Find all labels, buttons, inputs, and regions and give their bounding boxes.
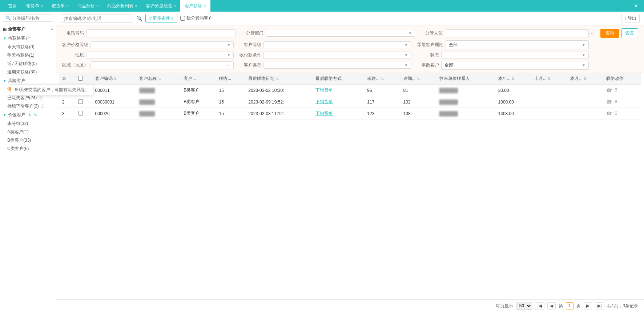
sidebar-item-overdue[interactable]: 逾期未联络(30)	[0, 68, 56, 76]
cell-last-method[interactable]: 下销货单	[313, 85, 364, 96]
pagination-bar: 每页显示 50 |◀ ◀ 第 1 页 ▶ ▶| 共1页，3条记录	[56, 299, 644, 312]
th-overdue[interactable]: 逾期... ⇅	[401, 73, 436, 85]
customer-type-select[interactable]: ▼	[263, 62, 411, 69]
th-current-year[interactable]: 本年... ⇅	[495, 73, 531, 85]
cell-checkbox[interactable]	[75, 96, 92, 108]
th-name[interactable]: 客户名称 ⇅	[136, 73, 181, 85]
refresh-icon-value[interactable]: ↻	[28, 113, 32, 117]
next-page-button[interactable]: ▶	[584, 302, 592, 309]
more-action-icon[interactable]: ⠿	[614, 111, 618, 116]
risk-tooltip: 90天未交易的客户，可能有流失风险。	[11, 84, 56, 96]
tab-analysis-close[interactable]: ×	[96, 4, 98, 8]
my-customers-checkbox[interactable]: 我分管的客户	[180, 15, 213, 21]
arrow-icon-value: ▼	[3, 113, 7, 117]
th-current-month[interactable]: 本月... ⇅	[567, 73, 603, 85]
th-checkbox[interactable]	[75, 73, 92, 85]
window-close-button[interactable]: ✕	[631, 3, 641, 9]
gender-arrow: ▼	[227, 53, 230, 57]
first-page-button[interactable]: |◀	[535, 302, 544, 309]
contact-icon[interactable]: ☎	[606, 111, 612, 116]
tab-customer-contact[interactable]: 客户联络 ×	[180, 0, 210, 12]
filter-zero-customer: 零散客户 全部 ▼	[417, 61, 589, 70]
tab-sales[interactable]: 销货单 ×	[22, 0, 47, 12]
tab-customer-contact-close[interactable]: ×	[204, 4, 206, 8]
region-select[interactable]: ···	[90, 61, 234, 69]
phone-input[interactable]	[86, 29, 236, 37]
collapse-icon: «	[51, 27, 53, 31]
sidebar-group-value[interactable]: ▼ 价值客户 ↻ ✎	[0, 110, 56, 119]
sort-icon-date: ⇅	[276, 77, 279, 81]
more-conditions-button[interactable]: ▽ 更多条件 ∧	[145, 14, 177, 23]
filter-actions: 查询 设置	[600, 28, 638, 38]
search-button[interactable]: 🔍	[136, 16, 142, 21]
cell-last-method[interactable]: 下销货单	[313, 108, 364, 119]
th-un-contact[interactable]: 未联... ⇅	[364, 73, 400, 85]
sidebar-item-class-c[interactable]: C类客户(6)	[0, 145, 56, 153]
sidebar-item-declining[interactable]: 持续下滑客户(2) ⓘ	[0, 102, 56, 110]
tab-analysis-list-close[interactable]: ×	[135, 4, 137, 8]
cell-current-month	[567, 108, 603, 119]
select-all-checkbox[interactable]	[78, 76, 83, 81]
method-link[interactable]: 下销货单	[315, 111, 333, 116]
edit-icon-value[interactable]: ✎	[34, 113, 37, 117]
tab-analysis[interactable]: 商品分析 ×	[73, 0, 103, 12]
payment-select[interactable]: ▼	[263, 52, 411, 58]
tab-purchase[interactable]: 进货单 ×	[47, 0, 73, 12]
sidebar-item-ungrouped[interactable]: 未分组(32)	[0, 119, 56, 128]
row-checkbox[interactable]	[78, 99, 83, 104]
th-last-contact-date[interactable]: 最后联络日期 ⇅	[245, 73, 313, 85]
sidebar-root[interactable]: ⊞ 全部客户 «	[0, 25, 56, 34]
tab-sales-close[interactable]: ×	[41, 4, 43, 8]
more-action-icon[interactable]: ⠿	[614, 99, 618, 105]
gender-select[interactable]: ▼	[86, 52, 234, 58]
sidebar-search-box[interactable]: 🔍	[3, 15, 53, 22]
manager-dots[interactable]: ···	[591, 31, 595, 36]
sidebar-search-input[interactable]	[12, 16, 51, 21]
sidebar: 🔍 ⊞ 全部客户 « ▼ 待联络客户 今天待联络(0) 明天待联络(1) 近7天…	[0, 12, 56, 312]
tab-customer-tier[interactable]: 客户分层经营 ×	[142, 0, 180, 12]
sidebar-item-tomorrow[interactable]: 明天待联络(1)	[0, 51, 56, 60]
method-link[interactable]: 下销货单	[315, 99, 333, 104]
sort-icon-un: ⇅	[381, 77, 384, 81]
contact-icon[interactable]: ☎	[606, 88, 612, 93]
export-button[interactable]: ↑ 导出	[621, 14, 640, 23]
cell-last-method[interactable]: 下销货单	[313, 96, 364, 108]
sort-icon-name: ⇅	[158, 77, 161, 81]
tab-customer-tier-close[interactable]: ×	[174, 4, 176, 8]
search-input[interactable]	[61, 15, 133, 23]
row-checkbox[interactable]	[78, 111, 83, 116]
sidebar-item-class-b[interactable]: B类客户(33)	[0, 136, 56, 145]
query-button[interactable]: 查询	[600, 29, 619, 38]
th-contact-count: 联络...	[216, 73, 245, 85]
last-page-button[interactable]: ▶|	[595, 302, 604, 309]
th-settings[interactable]: ⚙	[59, 73, 75, 85]
status-select[interactable]: ▼	[441, 52, 589, 58]
tab-purchase-close[interactable]: ×	[66, 4, 68, 8]
filter-region: 区域（地区） ···	[62, 61, 234, 69]
my-customers-check[interactable]	[180, 16, 185, 21]
sidebar-item-today[interactable]: 今天待联络(0)	[0, 43, 56, 51]
sidebar-group-pending[interactable]: ▼ 待联络客户	[0, 34, 56, 43]
per-page-select[interactable]: 50	[516, 302, 532, 310]
settings-button[interactable]: 设置	[621, 28, 638, 38]
manager-input[interactable]	[445, 29, 589, 37]
th-last-month[interactable]: 上月... ⇅	[531, 73, 567, 85]
price-level-select[interactable]: ▼	[90, 41, 234, 48]
branch-select[interactable]: ▼	[266, 30, 415, 37]
tab-analysis-list[interactable]: 商品分析列表 ×	[103, 0, 141, 12]
branch-select-arrow: ▼	[408, 31, 412, 35]
region-dots[interactable]: ···	[227, 63, 230, 68]
contact-icon[interactable]: ☎	[606, 99, 612, 105]
zero-customer-select[interactable]: 全部 ▼	[441, 61, 589, 70]
zero-attr-select[interactable]: 全部 ▼	[446, 40, 589, 49]
tab-home[interactable]: 首页	[3, 0, 22, 12]
cell-checkbox[interactable]	[75, 108, 92, 119]
customer-level-select[interactable]: ▼	[263, 41, 411, 48]
prev-page-button[interactable]: ◀	[547, 302, 556, 309]
sidebar-item-class-a[interactable]: A类客户(1)	[0, 128, 56, 136]
more-action-icon[interactable]: ⠿	[614, 88, 618, 93]
th-code[interactable]: 客户编码 ⇅	[92, 73, 137, 85]
method-link[interactable]: 下销货单	[315, 88, 333, 93]
info-icon-declining: ⓘ	[41, 104, 44, 108]
sidebar-item-7days[interactable]: 近7天待联络(0)	[0, 60, 56, 68]
